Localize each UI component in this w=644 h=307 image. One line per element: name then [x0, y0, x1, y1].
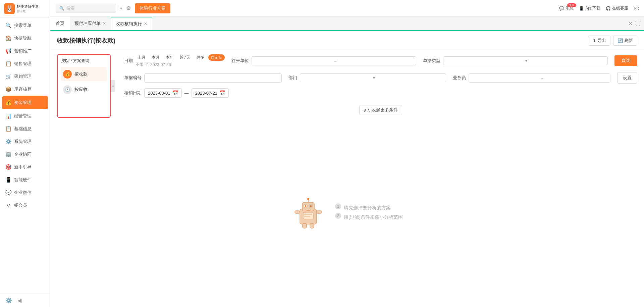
tab-prepay-offset[interactable]: 预付冲应付单 ✕ [70, 17, 111, 30]
date-unlimited-text: 不限 [136, 62, 144, 67]
sidebar-item-marketing[interactable]: 📢 营销推广 [0, 45, 50, 57]
writeoff-end-cal-icon: 📅 [219, 90, 225, 96]
filter-option-by-receivable[interactable]: 🕐 按应收 [61, 83, 107, 97]
header-search-bar[interactable]: 🔍 搜索 [56, 4, 116, 13]
corp-icon: 🏢 [5, 151, 11, 157]
by-receivable-label: 按应收 [74, 87, 88, 93]
empty-illustration [291, 196, 325, 229]
tab-actions: ✕ ⛶ [625, 20, 644, 27]
export-button[interactable]: ⬆ 导出 [588, 36, 610, 46]
sidebar-bottom: ⚙️ ◀ [0, 294, 50, 307]
date-custom-tag[interactable]: 自定义 [208, 54, 225, 61]
sidebar-item-sys-mgmt[interactable]: ⚙️ 系统管理 [0, 135, 50, 148]
filter-option-by-receipt[interactable]: 💰 按收款 [61, 67, 107, 81]
dept-dropdown-icon: ▾ [373, 75, 442, 80]
collapse-icon: ∧∧ [364, 108, 370, 113]
tab-expand-icon[interactable]: ⛶ [635, 20, 641, 27]
filter-panel: 按以下方案查询 💰 按收款 🕐 按应收 « [57, 54, 111, 118]
sidebar-item-corp-collab[interactable]: 🏢 企业协同 [0, 148, 50, 161]
app-badge: 标准版 [17, 9, 39, 13]
sidebar-item-biz-mgmt[interactable]: 📊 经营管理 [0, 110, 50, 122]
writeoff-date-label: 核销日期 [124, 90, 142, 96]
page-header: 收款核销执行(按收款) ⬆ 导出 🔄 刷新 [50, 31, 644, 49]
tab-close-receipt[interactable]: ✕ [144, 21, 147, 26]
top-header: 🔍 搜索 ▾ ⚙ 体验行业方案 💬 消息 99+ 📱 App下载 🎧 在线客服 … [50, 0, 644, 17]
writeoff-date-range: 2023-03-01 📅 — 2023-07-21 📅 [144, 88, 229, 98]
refresh-button[interactable]: 🔄 刷新 [613, 36, 637, 46]
sidebar-item-purchase[interactable]: 🛒 采购管理 [0, 70, 50, 83]
sidebar-item-inventory[interactable]: 📦 库存核算 [0, 83, 50, 96]
hardware-icon: 📱 [5, 177, 11, 183]
svg-point-5 [310, 205, 312, 207]
settings-button[interactable]: 设置 [617, 72, 637, 84]
empty-tip-2: 2 用[过滤]条件来缩小分析范围 [335, 212, 403, 222]
sidebar-item-basic-info[interactable]: 📋 基础信息 [0, 122, 50, 135]
page-title: 收款核销执行(按收款) [57, 37, 115, 45]
service-icon: 🎧 [606, 6, 611, 11]
tab-close-all-icon[interactable]: ✕ [628, 20, 633, 27]
date-btn-this-year[interactable]: 本年 [164, 54, 176, 61]
date-range-display: 不限 至 2023-07-26 [136, 62, 225, 67]
filter-panel-title: 按以下方案查询 [61, 58, 107, 64]
tip-num-2: 2 [335, 213, 341, 219]
collapse-more-btn[interactable]: ∧∧ 收起更多条件 [359, 105, 402, 115]
tab-receipt-offset[interactable]: 收款核销执行 ✕ [111, 17, 152, 30]
date-btn-7days[interactable]: 近7天 [178, 54, 192, 61]
staff-select[interactable]: ··· [469, 73, 610, 83]
writeoff-start-cal-icon: 📅 [172, 90, 178, 96]
sidebar-item-quick-nav[interactable]: 🏠 快捷导航 [0, 32, 50, 45]
logo-icon: 🐰 [4, 3, 15, 14]
sidebar-item-vip[interactable]: V 畅会员 [0, 199, 50, 212]
date-btn-last-month[interactable]: 上月 [136, 54, 148, 61]
panel-collapse-btn[interactable]: « [111, 80, 115, 92]
app-name: 畅捷通好生意 [17, 4, 39, 9]
filter-field-doc-no: 单据编号 [124, 73, 282, 83]
filter-field-partner: 往来单位 ··· [231, 56, 416, 65]
tip-text-2: 用[过滤]条件来缩小分析范围 [344, 212, 403, 222]
app-download-button[interactable]: 📱 App下载 [579, 5, 600, 11]
partner-select[interactable]: ··· [252, 56, 416, 65]
purchase-icon: 🛒 [5, 73, 11, 80]
query-button[interactable]: 查询 [614, 55, 637, 66]
sidebar-item-finance[interactable]: 💰 资金管理 [2, 96, 48, 109]
dept-select[interactable]: ▾ [300, 73, 446, 82]
message-button[interactable]: 💬 消息 99+ [559, 5, 574, 11]
empty-tips: 1 请先选择要分析的方案 2 用[过滤]条件来缩小分析范围 [335, 203, 403, 222]
header-right: 💬 消息 99+ 📱 App下载 🎧 在线客服 Rit [559, 5, 639, 11]
user-profile[interactable]: Rit [634, 6, 639, 11]
tip-text-1: 请先选择要分析的方案 [344, 203, 391, 212]
header-dropdown-icon[interactable]: ▾ [120, 6, 122, 11]
header-search-placeholder: 搜索 [66, 5, 74, 11]
sys-icon: ⚙️ [5, 139, 11, 145]
header-search-icon: 🔍 [59, 6, 64, 11]
writeoff-date-start[interactable]: 2023-03-01 📅 [144, 88, 182, 98]
filter-field-date: 日期 上月 本月 本年 近7天 更多 自定义 不限 [124, 54, 225, 67]
search-icon: 🔍 [5, 22, 11, 29]
export-icon: ⬆ [592, 38, 596, 43]
beginner-icon: 🎯 [5, 164, 11, 170]
filter-field-staff: 业务员 ··· [453, 73, 610, 83]
by-receivable-icon: 🕐 [63, 85, 72, 94]
collapse-sidebar-icon[interactable]: ◀ [17, 297, 21, 304]
sidebar-item-smart-hw[interactable]: 📱 智能硬件 [0, 173, 50, 186]
marketing-icon: 📢 [5, 48, 11, 54]
header-gear-icon[interactable]: ⚙ [126, 5, 131, 11]
sidebar-item-sales[interactable]: 📋 销售管理 [0, 57, 50, 70]
solution-button[interactable]: 体验行业方案 [135, 3, 170, 13]
date-btn-more[interactable]: 更多 [194, 54, 206, 61]
tab-home[interactable]: 首页 [50, 17, 70, 30]
tab-close-prepay[interactable]: ✕ [103, 21, 106, 26]
sidebar-item-search[interactable]: 🔍 搜索菜单 [0, 19, 50, 32]
writeoff-date-end[interactable]: 2023-07-21 📅 [192, 88, 229, 98]
tip-num-1: 1 [335, 203, 341, 209]
online-service-button[interactable]: 🎧 在线客服 [606, 5, 628, 11]
svg-point-4 [305, 205, 307, 207]
doc-no-input[interactable] [144, 73, 282, 83]
doc-type-select[interactable]: ▾ [443, 56, 608, 65]
date-btn-this-month[interactable]: 本月 [150, 54, 162, 61]
partner-dots-icon[interactable]: ··· [332, 58, 413, 63]
settings-bottom-icon[interactable]: ⚙️ [5, 297, 12, 304]
staff-dots-icon[interactable]: ··· [538, 75, 607, 81]
sidebar-item-corp-wechat[interactable]: 💬 企业微信 [0, 186, 50, 199]
sidebar-item-beginner[interactable]: 🎯 新手引导 [0, 161, 50, 173]
